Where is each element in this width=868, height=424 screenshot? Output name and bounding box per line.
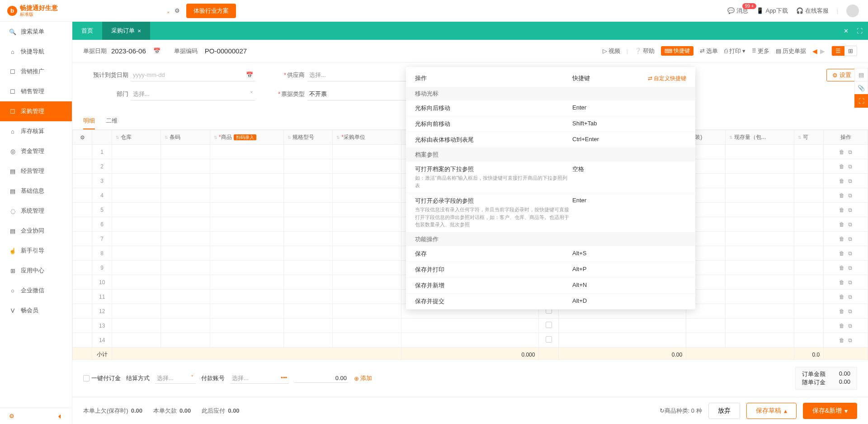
row-copy-icon[interactable]: ⧉ [848,236,852,242]
next-doc-icon[interactable]: ▶ [820,48,825,55]
tab-home[interactable]: 首页 [72,22,102,40]
row-copy-icon[interactable]: ⧉ [848,192,852,199]
row-delete-icon[interactable]: 🗑 [839,207,844,213]
messages-link[interactable]: 💬 消息 99 + [727,7,748,15]
subtab-detail[interactable]: 明细 [83,113,95,129]
row-delete-icon[interactable]: 🗑 [839,221,844,228]
print-link[interactable]: ⎙打印▾ [724,47,745,55]
sidebar-item-6[interactable]: ◎资金管理 [0,141,72,161]
row-delete-icon[interactable]: 🗑 [839,178,844,184]
more-link[interactable]: ⠿更多 [752,47,769,55]
row-checkbox[interactable] [546,336,552,343]
shortcut-button[interactable]: ⌨快捷键 [661,46,693,56]
discard-button[interactable]: 放弃 [708,403,740,419]
prev-doc-icon[interactable]: ◀ [812,48,817,55]
right-tool-3[interactable]: ⛶ [854,94,868,108]
scan-tag[interactable]: 扫码录入 [234,134,256,140]
table-row[interactable]: 13🗑⧉ [73,319,868,333]
tab-close-all-icon[interactable]: ✕ [842,26,850,36]
user-menu[interactable] [846,5,861,17]
sidebar-item-12[interactable]: ⊞应用中心 [0,261,72,281]
settle-method-input[interactable]: 选择...˅ [155,373,196,384]
refresh-icon[interactable]: ↻ [660,407,665,414]
row-delete-icon[interactable]: 🗑 [839,294,844,300]
onekey-deposit-checkbox[interactable]: 一键付订金 [83,374,121,382]
row-copy-icon[interactable]: ⧉ [848,337,852,343]
sidebar-item-10[interactable]: ▤企业协同 [0,221,72,241]
sidebar-item-2[interactable]: ☐营销推广 [0,62,72,81]
right-tool-2[interactable]: 📎 [854,81,868,95]
sidebar-item-9[interactable]: ◌系统管理 [0,201,72,221]
row-checkbox[interactable] [546,322,552,328]
sidebar-item-11[interactable]: ☝新手引导 [0,241,72,261]
row-copy-icon[interactable]: ⧉ [848,178,852,184]
row-copy-icon[interactable]: ⧉ [848,279,852,286]
row-delete-icon[interactable]: 🗑 [839,308,844,314]
row-delete-icon[interactable]: 🗑 [839,279,844,286]
row-copy-icon[interactable]: ⧉ [848,265,852,271]
calendar-icon[interactable]: 📅 [246,71,253,78]
subtab-2d[interactable]: 二维 [106,113,118,129]
row-delete-icon[interactable]: 🗑 [839,149,844,155]
help-link[interactable]: ❔帮助 [634,47,655,55]
row-copy-icon[interactable]: ⧉ [848,149,852,155]
arrive-date-input[interactable]: yyyy-mm-dd📅 [131,69,255,81]
chevron-up-icon: ▴ [784,407,787,414]
sidebar-item-5[interactable]: ⌂库存核算 [0,121,72,141]
sidebar-item-13[interactable]: ○企业微信 [0,281,72,300]
tab-fullscreen-icon[interactable]: ⛶ [855,26,864,36]
row-copy-icon[interactable]: ⧉ [848,221,852,228]
save-new-button[interactable]: 保存&新增▾ [803,403,857,419]
save-draft-button[interactable]: 保存草稿▴ [746,403,797,419]
app-download-link[interactable]: 📱App下载 [756,7,788,15]
pay-account-input[interactable]: 选择...••• [230,373,289,384]
row-copy-icon[interactable]: ⧉ [848,308,852,314]
row-delete-icon[interactable]: 🗑 [839,192,844,199]
close-icon[interactable]: ✕ [137,29,141,33]
row-copy-icon[interactable]: ⧉ [848,323,852,329]
row-delete-icon[interactable]: 🗑 [839,163,844,170]
col-gear[interactable]: ⚙ [73,130,92,145]
sidebar-collapse-icon[interactable]: ⏴ [57,413,63,419]
tab-purchase-order[interactable]: 采购订单✕ [102,22,150,40]
add-payment-link[interactable]: ⊕添加 [354,374,372,382]
row-copy-icon[interactable]: ⧉ [848,207,852,213]
sidebar-settings-icon[interactable]: ⚙ [9,413,14,419]
sidebar-item-3[interactable]: ☐销售管理 [0,81,72,101]
custom-shortcut-link[interactable]: ⇄自定义快捷键 [648,74,686,82]
online-service-link[interactable]: 🎧在线客服 [796,7,829,15]
view-list-icon[interactable]: ☰ [832,46,844,56]
dept-input[interactable]: 选择...˅ [131,88,255,100]
view-grid-icon[interactable]: ⊞ [844,46,857,56]
sidebar-item-4[interactable]: ☐采购管理 [0,101,72,121]
row-delete-icon[interactable]: 🗑 [839,337,844,343]
row-copy-icon[interactable]: ⧉ [848,250,852,257]
table-row[interactable]: 14🗑⧉ [73,333,868,348]
right-tool-1[interactable]: ▤ [854,68,868,81]
row-delete-icon[interactable]: 🗑 [839,250,844,257]
supplier-label: *供应商 [259,71,305,79]
row-copy-icon[interactable]: ⧉ [848,163,852,170]
video-link[interactable]: ▷视频 [603,47,620,55]
settings-button[interactable]: ⚙设置 [826,69,857,81]
sidebar-icon: ▤ [9,228,16,234]
trial-industry-button[interactable]: 体验行业方案 [186,4,236,18]
sidebar-item-7[interactable]: ▤经营管理 [0,161,72,181]
row-copy-icon[interactable]: ⧉ [848,294,852,300]
sidebar-item-1[interactable]: ⌂快捷导航 [0,42,72,62]
row-delete-icon[interactable]: 🗑 [839,265,844,271]
calendar-icon[interactable]: 📅 [153,48,160,54]
select-order-link[interactable]: ⇄选单 [700,47,718,55]
history-link[interactable]: ▤历史单据 [776,47,806,55]
sidebar-item-0[interactable]: 🔍搜索菜单 [0,22,72,42]
sidebar-item-8[interactable]: ▤基础信息 [0,181,72,201]
pay-amount-input[interactable]: 0.00 [294,374,349,383]
row-delete-icon[interactable]: 🗑 [839,323,844,329]
message-badge: 99 + [742,3,757,9]
sidebar-item-14[interactable]: V畅会员 [0,300,72,320]
row-delete-icon[interactable]: 🗑 [839,236,844,242]
settings-gear-icon[interactable]: ⚙ [175,7,180,14]
doc-date-value[interactable]: 2023-06-06 [111,47,146,55]
shortcut-row: 保存并提交Alt+D [406,294,695,310]
headset-icon: 🎧 [796,7,803,14]
